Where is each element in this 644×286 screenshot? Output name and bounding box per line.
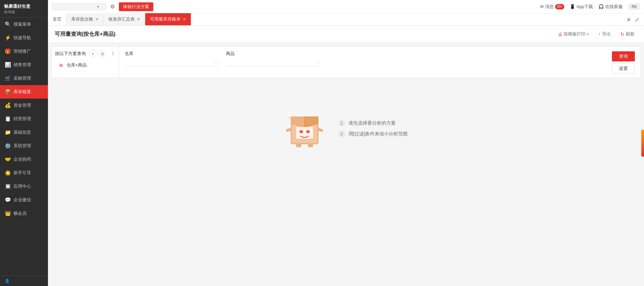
- sidebar-item-marketing[interactable]: 🎁 营销推广: [0, 45, 48, 58]
- chart-icon: 📊: [5, 62, 11, 68]
- scheme-icon: ⊕: [58, 62, 65, 69]
- sidebar-item-search[interactable]: 🔍 搜索菜单: [0, 18, 48, 31]
- product-input-row: ···: [226, 58, 320, 66]
- sidebar-item-label: 销售管理: [14, 62, 31, 68]
- tab-close-icon[interactable]: ✕: [95, 17, 99, 22]
- export-icon: ↑: [598, 31, 601, 37]
- tab-available-inventory[interactable]: 可用量库存账本 ✕: [145, 13, 191, 25]
- sidebar-item-app-center[interactable]: 🔲 应用中心: [0, 180, 48, 193]
- handshake-icon: 🤝: [5, 156, 11, 162]
- scroll-indicator: [641, 130, 644, 157]
- sidebar-item-purchase[interactable]: 🛒 采购管理: [0, 72, 48, 85]
- tab-home[interactable]: 首页: [48, 13, 67, 25]
- tab-inventory-batch[interactable]: 库存批次账 ✕: [67, 13, 104, 25]
- warehouse-filter-field: 仓库 ···: [125, 51, 219, 66]
- svg-rect-9: [318, 128, 324, 132]
- message-action[interactable]: ✉ 消息 99+: [540, 4, 564, 10]
- svg-rect-7: [308, 144, 313, 147]
- sidebar-footer-icon: 👤: [5, 279, 10, 283]
- lightning-icon: ⚡: [5, 35, 11, 41]
- filter-settings-button[interactable]: 设置: [612, 63, 635, 74]
- sidebar-item-operations[interactable]: 📋 经营管理: [0, 112, 48, 126]
- svg-rect-6: [296, 144, 301, 147]
- filter-scheme-icons: + ⊙ 《: [89, 50, 115, 57]
- sidebar-item-membership[interactable]: 👑 畅会员: [0, 207, 48, 220]
- trial-button[interactable]: 体验行业方案: [119, 2, 153, 11]
- tab-label: 首页: [53, 16, 61, 22]
- page-title: 可用量查询(按仓库+商品): [55, 31, 115, 38]
- sidebar-item-label: 搜索菜单: [14, 21, 31, 27]
- box-icon: 📦: [5, 89, 11, 95]
- header-search-box[interactable]: ▾: [52, 3, 106, 10]
- tab-close-icon[interactable]: ✕: [137, 17, 140, 22]
- app-download-action[interactable]: 📱 App下载: [570, 4, 593, 10]
- header-search-input[interactable]: [55, 4, 96, 9]
- sidebar-item-label: 采购管理: [14, 75, 31, 81]
- sidebar-item-quick-nav[interactable]: ⚡ 快捷导航: [0, 31, 48, 45]
- sidebar-item-label: 资金管理: [14, 102, 31, 108]
- sidebar-item-finance[interactable]: 💰 资金管理: [0, 99, 48, 112]
- sidebar-item-enterprise-wechat[interactable]: 💬 企业微信: [0, 193, 48, 207]
- chevron-down-icon[interactable]: ▾: [97, 4, 99, 9]
- page-header: 可用量查询(按仓库+商品) 🖨 按模板打印 ▾ ↑ 导出 ↻ 刷新: [48, 26, 644, 43]
- clipboard-icon: 📋: [5, 116, 11, 122]
- tip-text-1: 请先选择要分析的方案: [349, 120, 396, 126]
- refresh-button[interactable]: ↻ 刷新: [618, 30, 637, 38]
- sidebar-item-label: 应用中心: [14, 183, 31, 189]
- product-input[interactable]: [227, 59, 314, 64]
- product-filter-field: 商品 ···: [226, 51, 320, 66]
- tab-bar: 首页 库存批次账 ✕ 收发存汇总表 ✕ 可用量库存账本 ✕ ✕ ⤢: [48, 14, 644, 26]
- user-display: Rit: [632, 4, 637, 9]
- sidebar-item-system[interactable]: ⚙️ 系统管理: [0, 139, 48, 153]
- warehouse-label: 仓库: [125, 51, 219, 57]
- scheme-item-warehouse-product[interactable]: ⊕ 仓库+商品: [55, 60, 115, 70]
- empty-state-inner: ? ? 1 请先选择要分析的方案 2 用[过滤]条件来缩小分析范围: [284, 108, 408, 149]
- sidebar-item-basic-info[interactable]: 📁 基础信息: [0, 126, 48, 139]
- tab-receive-summary[interactable]: 收发存汇总表 ✕: [104, 13, 145, 25]
- sidebar-item-inventory[interactable]: 📦 库存核算: [0, 85, 48, 99]
- print-button[interactable]: 🖨 按模板打印 ▾: [555, 30, 592, 38]
- header-actions: ✉ 消息 99+ 📱 App下载 🎧 在线客服 Rit: [540, 3, 640, 10]
- sidebar-item-label: 新手引导: [14, 170, 31, 176]
- top-header: ▾ ⚙ 体验行业方案 ✉ 消息 99+ 📱 App下载 🎧 在线客服 Rit: [48, 0, 644, 14]
- headset-icon: 🎧: [598, 4, 604, 9]
- maximize-icon[interactable]: ⤢: [634, 16, 640, 24]
- sidebar-item-label: 企业微信: [14, 197, 31, 203]
- user-menu[interactable]: Rit: [628, 3, 640, 10]
- folder-icon: 📁: [5, 129, 11, 135]
- sidebar-item-label: 基础信息: [14, 129, 31, 135]
- product-more-icon[interactable]: ···: [316, 60, 319, 64]
- add-scheme-icon[interactable]: +: [89, 50, 97, 57]
- gift-icon: 🎁: [5, 48, 11, 54]
- empty-tip-2: 2 用[过滤]条件来缩小分析范围: [338, 131, 408, 137]
- print-label: 按模板打印: [564, 31, 586, 37]
- app-subtitle: 标准版: [4, 9, 44, 15]
- grid-icon: 🔲: [5, 183, 11, 189]
- sidebar-item-sales[interactable]: 📊 销售管理: [0, 58, 48, 72]
- sidebar-item-label: 系统管理: [14, 143, 31, 149]
- warehouse-more-icon[interactable]: ···: [214, 60, 218, 64]
- svg-rect-4: [300, 130, 303, 133]
- close-window-icon[interactable]: ✕: [626, 16, 632, 24]
- export-label: 导出: [602, 31, 611, 37]
- sidebar-item-guide[interactable]: 🌟 新手引导: [0, 166, 48, 180]
- filter-scheme-panel: 按以下方案查询 + ⊙ 《 ⊕ 仓库+商品: [52, 47, 119, 78]
- scheme-settings-icon[interactable]: ⊙: [99, 50, 106, 57]
- tip-text-2: 用[过滤]条件来缩小分析范围: [349, 131, 408, 137]
- svg-rect-8: [286, 128, 291, 132]
- settings-icon[interactable]: ⚙: [109, 3, 116, 10]
- cart-icon: 🛒: [5, 75, 11, 81]
- query-button[interactable]: 查询: [612, 51, 635, 61]
- export-button[interactable]: ↑ 导出: [596, 30, 614, 38]
- warehouse-input[interactable]: [126, 59, 213, 64]
- tab-label: 可用量库存账本: [150, 16, 181, 22]
- page-content: 可用量查询(按仓库+商品) 🖨 按模板打印 ▾ ↑ 导出 ↻ 刷新: [48, 26, 644, 286]
- svg-text:?: ?: [316, 115, 319, 120]
- sidebar-item-collaboration[interactable]: 🤝 企业协同: [0, 153, 48, 166]
- customer-service-action[interactable]: 🎧 在线客服: [598, 4, 623, 10]
- tab-label: 收发存汇总表: [108, 16, 135, 22]
- svg-text:?: ?: [288, 116, 290, 121]
- tab-close-icon[interactable]: ✕: [183, 17, 186, 22]
- collapse-icon[interactable]: 《: [108, 50, 115, 57]
- empty-state: ? ? 1 请先选择要分析的方案 2 用[过滤]条件来缩小分析范围: [48, 81, 644, 176]
